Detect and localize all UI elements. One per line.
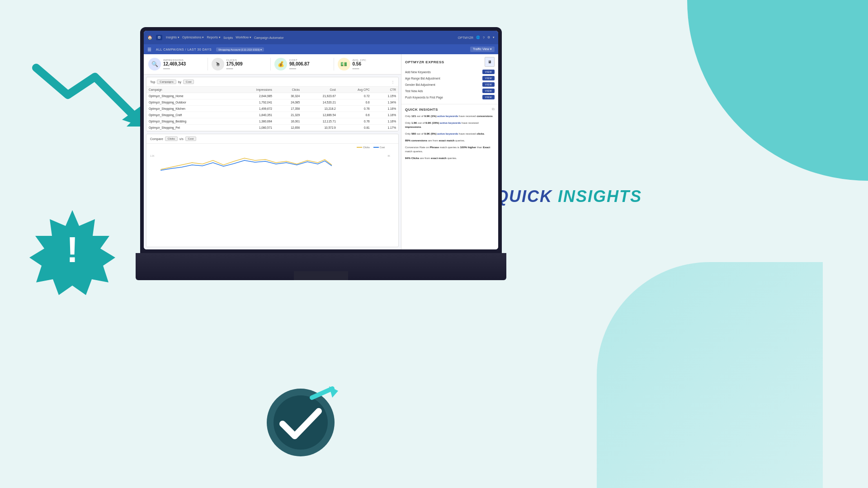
cell-0-2: 30,324: [274, 93, 302, 99]
legend-cost-dot: [373, 147, 379, 148]
insights-header-row: QUICK INSIGHTS ⧉: [405, 107, 495, 112]
legend-clicks: Clicks: [357, 146, 370, 149]
table-options-icon[interactable]: ⋮: [391, 80, 395, 84]
cell-5-1: 1,080,571: [233, 125, 274, 131]
table-row: Optmyzr_Shopping_Kitchen1,499,67217,3581…: [146, 106, 398, 112]
laptop-screen: 🏠 ⊡ Insights ▾ Optimizations ▾ Reports ▾…: [144, 31, 498, 249]
cell-3-3: 12,889.54: [302, 112, 338, 118]
express-row-4: Push Keywords to First Page VIEW: [405, 95, 495, 99]
cell-3-4: 0.6: [338, 112, 372, 118]
campaigns-table: Campaign Impressions Clicks Cost Avg CPC…: [146, 87, 398, 131]
nav-campaign-automator[interactable]: Campaign Automator: [254, 36, 284, 39]
express-header: OPTMYZR EXPRESS 🖥: [405, 57, 495, 67]
col-cost: Cost: [302, 87, 338, 93]
compare-metric2[interactable]: Cost: [185, 136, 196, 141]
col-impressions: Impressions: [233, 87, 274, 93]
cell-2-1: 1,499,672: [233, 106, 274, 112]
express-view-btn-1[interactable]: VIEW: [482, 76, 495, 80]
cell-5-3: 10,572.9: [302, 125, 338, 131]
settings-icon[interactable]: ⚙: [487, 36, 490, 39]
impressions-trend: ▬▬▬: [163, 67, 186, 70]
svg-text:8K: 8K: [150, 170, 153, 171]
legend-cost: Cost: [373, 146, 385, 149]
col-avg-cpc: Avg CPC: [338, 87, 372, 93]
insights-section: QUICK INSIGHTS ⧉ Only 121 out of 9.9K (1…: [401, 104, 498, 166]
avg-cpc-icon: 💵: [338, 58, 350, 70]
cell-0-0: Optmyzr_Shopping_Home: [146, 93, 233, 99]
compare-section: Compare Clicks v/s Cost Clicks: [146, 134, 399, 247]
insight-item-2: Only 580 out of 9.9K (5%) active keyword…: [405, 132, 495, 136]
right-panel: OPTMYZR EXPRESS 🖥 Add New Keywords VIEW …: [401, 54, 498, 249]
metric-avg-cpc: 💵 AVG. CPC 0.56 ▬▬▬: [338, 58, 397, 70]
metric-cost-info: COST 98,006.87 ▬▬▬: [289, 59, 310, 70]
express-item-4: Push Keywords to First Page: [405, 96, 443, 99]
cost-trend: ▬▬▬: [289, 67, 310, 70]
main-panel: 🔍 IMPRESSIONS 12,469,343 ▬▬▬ 🖱 CLICKS: [144, 54, 401, 249]
cell-4-2: 16,001: [274, 118, 302, 125]
insight-item-1: Only 1.5K out of 9.9K (15%) active keywo…: [405, 121, 495, 129]
avg-cpc-trend: ▬▬▬: [353, 67, 367, 70]
cell-5-5: 1.17%: [372, 125, 398, 131]
compare-chart: 1.2K 8K 8K 3K: [150, 151, 395, 171]
compare-label: Compare: [150, 137, 163, 141]
impressions-value: 12,469,343: [163, 61, 186, 66]
compare-metric1[interactable]: Clicks: [165, 136, 178, 141]
express-view-btn-4[interactable]: VIEW: [482, 95, 495, 99]
nav-optimizations[interactable]: Optimizations ▾: [182, 36, 204, 39]
campaign-filter[interactable]: Campaigns: [157, 80, 176, 84]
cell-2-3: 13,218.2: [302, 106, 338, 112]
insights-expand-icon[interactable]: ⧉: [492, 107, 495, 112]
cell-1-1: 1,792,041: [233, 99, 274, 106]
app-content: 🔍 IMPRESSIONS 12,469,343 ▬▬▬ 🖱 CLICKS: [144, 54, 498, 249]
home-icon[interactable]: 🏠: [147, 35, 152, 40]
account-selector[interactable]: Shopping Account (111-222-3333) ▾: [216, 47, 264, 52]
cell-5-0: Optmyzr_Shopping_Pet: [146, 125, 233, 131]
nav-dropdown-icon[interactable]: ▾: [493, 36, 495, 39]
express-view-btn-0[interactable]: VIEW: [482, 70, 495, 74]
nav-insights[interactable]: Insights ▾: [166, 36, 179, 39]
express-view-btn-2[interactable]: VIEW: [482, 82, 495, 87]
metric-cost: 💰 COST 98,006.87 ▬▬▬: [274, 58, 334, 70]
impressions-icon: 🔍: [148, 58, 161, 70]
table-row: Optmyzr_Shopping_Bedding1,380,66416,0011…: [146, 118, 398, 125]
clicks-trend: ▬▬▬: [226, 67, 243, 70]
help-icon[interactable]: ?: [483, 36, 485, 39]
bg-light-curve: [597, 262, 823, 488]
insights-title: QUICK INSIGHTS: [405, 108, 438, 112]
metrics-row: 🔍 IMPRESSIONS 12,469,343 ▬▬▬ 🖱 CLICKS: [144, 54, 401, 75]
traffic-view-selector[interactable]: Traffic View ▾: [470, 47, 495, 52]
hamburger-icon[interactable]: ☰: [147, 47, 151, 52]
lang-icon[interactable]: 🌐: [476, 36, 480, 39]
nav-scripts[interactable]: Scripts: [223, 36, 233, 39]
nav-reports[interactable]: Reports ▾: [207, 36, 220, 39]
cell-0-5: 1.15%: [372, 93, 398, 99]
express-row-2: Gender Bid Adjustment VIEW: [405, 82, 495, 87]
chart-area: Clicks Cost: [146, 144, 398, 171]
cell-4-5: 1.16%: [372, 118, 398, 125]
cell-2-0: Optmyzr_Shopping_Kitchen: [146, 106, 233, 112]
metric-avg-cpc-info: AVG. CPC 0.56 ▬▬▬: [353, 59, 367, 70]
cell-3-2: 21,329: [274, 112, 302, 118]
legend-clicks-dot: [357, 147, 362, 148]
table-row: Optmyzr_Shopping_Home2,644,98530,32421,9…: [146, 93, 398, 99]
compare-vs-label: v/s: [179, 137, 184, 141]
cell-4-1: 1,380,664: [233, 118, 274, 125]
express-item-0: Add New Keywords: [405, 70, 431, 74]
cell-4-4: 0.76: [338, 118, 372, 125]
quick-insights-overlay: Quick INsIGHTS: [495, 188, 642, 205]
insight-item-4: Conversion Rate on Phrase match queries …: [405, 145, 495, 154]
nav-logo: ⊡: [156, 35, 162, 40]
express-view-btn-3[interactable]: VIEW: [482, 89, 495, 93]
nav-workflow[interactable]: Workflow ▾: [236, 36, 251, 39]
nav-right: OPTMYZR 🌐 ? ⚙ ▾: [458, 36, 495, 39]
cell-2-4: 0.76: [338, 106, 372, 112]
insights-label: INsIGHTS: [558, 187, 642, 206]
table-filter-row: Top Campaigns by Cost ⋮: [146, 77, 398, 87]
sort-by-filter[interactable]: Cost: [183, 80, 194, 84]
insight-item-0: Only 121 out of 9.9K (1%) active keyword…: [405, 114, 495, 118]
cell-4-3: 12,115.71: [302, 118, 338, 125]
express-section: OPTMYZR EXPRESS 🖥 Add New Keywords VIEW …: [401, 54, 498, 104]
laptop-base: [136, 253, 506, 280]
svg-text:!: !: [66, 230, 79, 270]
express-item-3: Test New Ads: [405, 89, 423, 93]
